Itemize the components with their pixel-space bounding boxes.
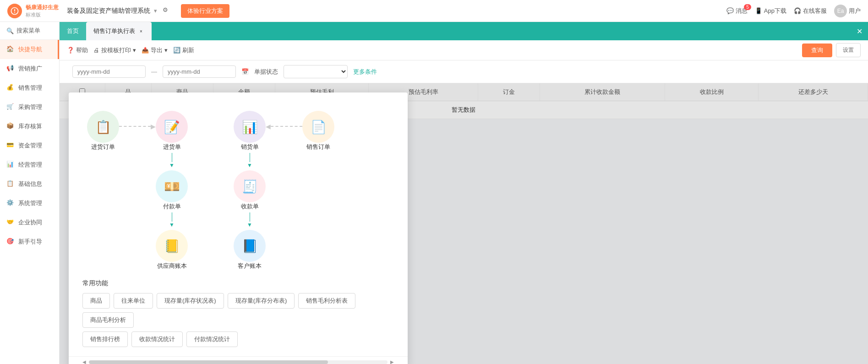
func-btn-stock-status[interactable]: 现存量(库存状况表) (157, 293, 224, 309)
toolbar: ❓ 帮助 🖨 按模板打印 ▾ 📤 导出 ▾ 🔄 刷新 (60, 40, 868, 60)
tabs-bar: 首页 销售订单执行表 × ✕ (60, 22, 868, 40)
operation-icon: 📊 (6, 161, 15, 169)
func-btn-payment-stat[interactable]: 付款情况统计 (186, 331, 238, 347)
export-dropdown-icon: ▾ (164, 47, 168, 54)
sidebar-item-purchase[interactable]: 🛒 采购管理 (0, 98, 59, 117)
supplier-node[interactable]: 📒 (156, 230, 188, 262)
sales-order-node[interactable]: 📄 (302, 111, 334, 143)
scroll-right-arrow[interactable]: ▶ (390, 359, 394, 364)
func-btn-partner[interactable]: 往来单位 (114, 293, 153, 309)
receipt-node[interactable]: 🧾 (234, 170, 266, 202)
purchase-bill-node[interactable]: 📝 (156, 111, 188, 143)
func-btn-stock-dist[interactable]: 现存量(库存分布表) (228, 293, 295, 309)
payment-label: 付款单 (163, 202, 181, 211)
popup-scrollbar: ◀ ▶ (69, 356, 408, 364)
func-btn-sales-margin[interactable]: 销售毛利分析表 (298, 293, 355, 309)
user-avatar-btn[interactable]: Ea 用户 (834, 5, 861, 17)
customer-label: 客户账本 (238, 262, 262, 270)
purchase-order-node[interactable]: 📋 (87, 111, 119, 143)
func-btn-product-margin[interactable]: 商品毛利分析 (82, 312, 134, 328)
export-btn[interactable]: 📤 导出 ▾ (142, 46, 168, 54)
sidebar-item-enterprise[interactable]: 🤝 企业协同 (0, 213, 59, 232)
func-buttons-row-1: 商品 往来单位 现存量(库存状况表) 现存量(库存分布表) 销售毛利分析表 商品… (82, 293, 394, 328)
sidebar-item-system[interactable]: ⚙️ 系统管理 (0, 194, 59, 213)
main-area: 🔍 搜索菜单 🏠 快捷导航 📢 营销推广 💰 销售管理 🛒 (0, 22, 868, 364)
app-download-btn[interactable]: 📱 App下载 (755, 7, 786, 15)
system-icon: ⚙️ (6, 199, 15, 207)
service-icon: 🎧 (794, 7, 801, 14)
purchase-bill-label: 进货单 (163, 143, 181, 151)
template-print-btn[interactable]: 🖨 按模板打印 ▾ (93, 46, 136, 54)
more-conditions-btn[interactable]: 更多条件 (353, 68, 377, 76)
func-btn-product[interactable]: 商品 (82, 293, 110, 309)
flow-col-supplier: 📒 供应商账本 (156, 230, 188, 270)
system-name-text: 装备及固定资产辅助管理系统 (67, 7, 150, 15)
sidebar-item-quick-guide[interactable]: 🏠 快捷导航 (0, 40, 59, 59)
flow-col-payment: 💴 付款单 (156, 170, 188, 211)
common-functions-area: 常用功能 商品 往来单位 现存量(库存状况表) 现存量(库存分布表) 销售毛利分… (69, 279, 408, 356)
search-icon: 🔍 (6, 27, 14, 34)
scroll-left-arrow[interactable]: ◀ (82, 359, 86, 364)
tab-sales-order[interactable]: 销售订单执行表 × (86, 22, 152, 40)
sales-icon: 💰 (6, 84, 15, 92)
sales-order-label: 销售订单 (306, 143, 330, 151)
payment-node[interactable]: 💴 (156, 170, 188, 202)
sidebar-item-marketing[interactable]: 📢 营销推广 (0, 59, 59, 78)
basic-info-icon: 📋 (6, 180, 15, 188)
setting-button[interactable]: 设置 (836, 43, 861, 57)
purchase-icon: 🛒 (6, 103, 15, 111)
common-functions-title: 常用功能 (82, 279, 394, 288)
system-title: 装备及固定资产辅助管理系统 ▾ ⚙ 体验行业方案 (67, 4, 726, 18)
bill-status-label: 单据状态 (254, 68, 278, 76)
title-dropdown-icon[interactable]: ▾ (154, 7, 157, 14)
sidebar-item-basic-info[interactable]: 📋 基础信息 (0, 174, 59, 194)
sales-bill-node[interactable]: 📊 (234, 111, 266, 143)
page-content: 品 商品 金额 预估毛利 预估毛利率 订金 累计收款金额 收款比例 还差多少天 (60, 83, 868, 364)
search-menu-btn[interactable]: 🔍 搜索菜单 (0, 22, 59, 40)
sidebar-item-finance[interactable]: 💳 资金管理 (0, 136, 59, 155)
settings-icon[interactable]: ⚙ (163, 6, 172, 16)
marketing-icon: 📢 (6, 65, 15, 73)
help-icon: ❓ (67, 47, 74, 54)
popup-overlay: 📋 进货订单 ▶ (60, 83, 868, 364)
app-wrapper: 畅康通好生意 标准版 装备及固定资产辅助管理系统 ▾ ⚙ 体验行业方案 💬 消息… (0, 0, 868, 364)
query-button[interactable]: 查询 (802, 43, 832, 57)
user-avatar: Ea (834, 5, 847, 17)
message-badge: 5 (744, 4, 751, 10)
bill-status-select[interactable] (284, 65, 348, 78)
func-btn-sales-rank[interactable]: 销售排行榜 (82, 331, 128, 347)
flow-col-sales-bill: 📊 销货单 (234, 111, 266, 151)
global-close-btn[interactable]: ✕ (857, 27, 863, 36)
refresh-icon: 🔄 (173, 47, 180, 54)
date-end-input[interactable] (163, 65, 236, 78)
customer-node[interactable]: 📘 (234, 230, 266, 262)
sidebar-item-operation[interactable]: 📊 经营管理 (0, 155, 59, 174)
enterprise-icon: 🤝 (6, 218, 15, 227)
message-btn[interactable]: 💬 消息 5 (726, 7, 748, 15)
date-start-input[interactable] (72, 65, 146, 78)
avatar-initial: Ea (837, 8, 844, 14)
purchase-order-label: 进货订单 (91, 143, 115, 151)
online-service-btn[interactable]: 🎧 在线客服 (794, 7, 827, 15)
flow-area: 📋 进货订单 ▶ (69, 92, 408, 279)
sales-bill-label: 销货单 (241, 143, 259, 151)
tab-close-icon[interactable]: × (138, 28, 144, 34)
logo-text: 畅康通好生意 标准版 (26, 4, 59, 18)
logo-icon (7, 4, 22, 18)
tab-home[interactable]: 首页 (60, 22, 86, 40)
export-icon: 📤 (142, 47, 149, 54)
receipt-label: 收款单 (241, 202, 259, 211)
sidebar-item-sales[interactable]: 💰 销售管理 (0, 78, 59, 98)
flow-col-sales-order: 📄 销售订单 (302, 111, 334, 151)
help-btn[interactable]: ❓ 帮助 (67, 46, 88, 54)
sidebar-item-inventory[interactable]: 📦 库存核算 (0, 117, 59, 136)
top-bar: 畅康通好生意 标准版 装备及固定资产辅助管理系统 ▾ ⚙ 体验行业方案 💬 消息… (0, 0, 868, 22)
experience-btn[interactable]: 体验行业方案 (181, 4, 229, 18)
refresh-btn[interactable]: 🔄 刷新 (173, 46, 194, 54)
app-icon: 📱 (755, 7, 762, 14)
scroll-track[interactable] (89, 360, 388, 364)
sidebar-nav: 🏠 快捷导航 📢 营销推广 💰 销售管理 🛒 采购管理 📦 库存核 (0, 40, 59, 364)
sidebar-item-newbie[interactable]: 🎯 新手引导 (0, 232, 59, 251)
func-btn-receipt-stat[interactable]: 收款情况统计 (131, 331, 183, 347)
supplier-label: 供应商账本 (157, 262, 187, 270)
